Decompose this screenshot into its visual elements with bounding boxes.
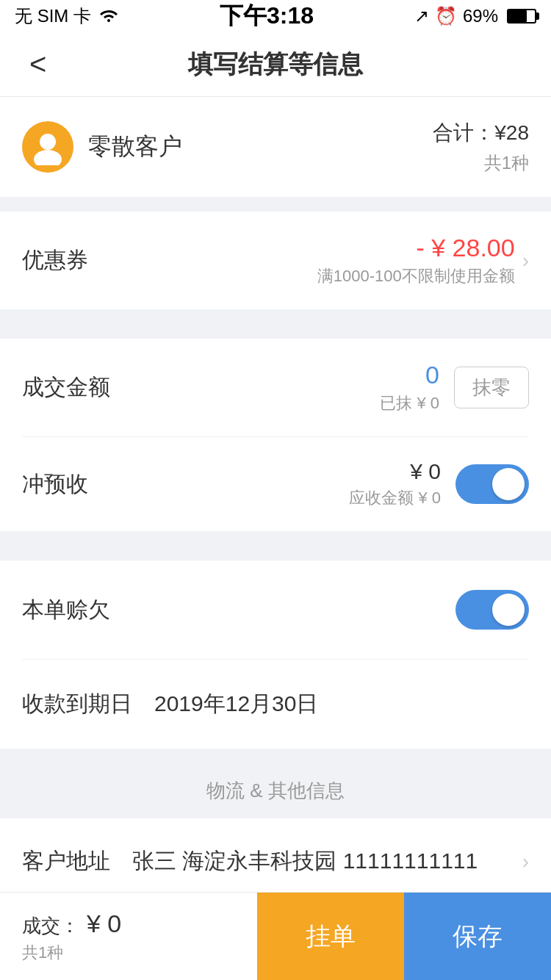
due-date-value: 2019年12月30日 [154, 689, 318, 719]
transaction-amount-label: 成交金额 [22, 372, 110, 403]
coupon-info: - ¥ 28.00 满1000-100不限制使用金额 [317, 234, 515, 287]
due-date-label: 收款到期日 [22, 689, 132, 719]
bottom-count: 共1种 [22, 942, 235, 964]
coupon-label: 优惠券 [22, 245, 88, 275]
transaction-amount-right: 0 已抹 ¥ 0 抹零 [380, 361, 529, 414]
address-label: 客户地址 [22, 846, 110, 876]
logistics-title: 物流 & 其他信息 [206, 779, 345, 801]
due-date-row: 收款到期日 2019年12月30日 [22, 660, 529, 749]
save-button[interactable]: 保存 [404, 893, 551, 981]
chong-amounts: ¥ 0 应收金额 ¥ 0 [349, 459, 441, 509]
bottom-info: 成交： ¥ 0 共1种 [0, 909, 257, 964]
status-right: ↗ ⏰ 69% [414, 6, 536, 26]
status-bar: 无 SIM 卡 下午3:18 ↗ ⏰ 69% [0, 0, 551, 32]
coupon-right: - ¥ 28.00 满1000-100不限制使用金额 › [317, 234, 529, 287]
customer-avatar [22, 121, 73, 173]
amount-sub: 已抹 ¥ 0 [380, 392, 439, 414]
bottom-amount: ¥ 0 [87, 909, 121, 938]
coupon-row[interactable]: 优惠券 - ¥ 28.00 满1000-100不限制使用金额 › [0, 212, 551, 309]
transaction-section: 成交金额 0 已抹 ¥ 0 抹零 冲预收 ¥ 0 应收金额 ¥ 0 [0, 339, 551, 531]
chong-row: 冲预收 ¥ 0 应收金额 ¥ 0 [22, 437, 529, 531]
bottom-bar: 成交： ¥ 0 共1种 挂单 保存 [0, 892, 551, 980]
customer-name: 零散客户 [88, 131, 182, 163]
debt-label: 本单赊欠 [22, 595, 110, 625]
amount-value: 0 [380, 361, 439, 389]
debt-section: 本单赊欠 收款到期日 2019年12月30日 [0, 561, 551, 749]
bottom-label: 成交： [22, 913, 79, 939]
chong-sub: 应收金额 ¥ 0 [349, 487, 441, 509]
summary-count: 共1种 [433, 151, 529, 175]
chong-toggle[interactable] [455, 464, 529, 504]
chong-label: 冲预收 [22, 469, 88, 500]
coupon-desc: 满1000-100不限制使用金额 [317, 265, 515, 287]
main-content: 零散客户 合计：¥28 共1种 优惠券 - ¥ 28.00 满1000-100不… [0, 97, 551, 980]
address-chevron-icon: › [522, 850, 529, 873]
nav-bar: < 填写结算等信息 [0, 32, 551, 97]
status-time: 下午3:18 [220, 0, 314, 32]
page-title: 填写结算等信息 [188, 48, 363, 82]
chong-right: ¥ 0 应收金额 ¥ 0 [349, 459, 529, 509]
coupon-chevron-icon: › [522, 249, 529, 273]
wifi-icon [98, 6, 119, 26]
back-button[interactable]: < [22, 40, 54, 88]
pending-button[interactable]: 挂单 [257, 893, 404, 981]
summary-total: 合计：¥28 [433, 119, 529, 147]
divider-2 [0, 531, 551, 546]
coupon-amount: - ¥ 28.00 [317, 234, 515, 262]
chong-amount: ¥ 0 [349, 459, 441, 484]
location-icon: ↗ [414, 6, 429, 26]
customer-left: 零散客户 [22, 121, 182, 173]
debt-toggle[interactable] [455, 590, 529, 630]
status-left: 无 SIM 卡 [15, 4, 119, 28]
logistics-header: 物流 & 其他信息 [0, 763, 551, 818]
sim-status: 无 SIM 卡 [15, 4, 91, 28]
customer-summary: 合计：¥28 共1种 [433, 119, 529, 175]
address-value: 张三 海淀永丰科技园 11111111111 [132, 846, 522, 876]
transaction-amount-row: 成交金额 0 已抹 ¥ 0 抹零 [22, 339, 529, 437]
divider-1 [0, 324, 551, 339]
amount-col: 0 已抹 ¥ 0 [380, 361, 439, 414]
battery-percent: 69% [463, 6, 498, 26]
avatar-icon [29, 129, 66, 165]
customer-row: 零散客户 合计：¥28 共1种 [0, 97, 551, 197]
svg-point-1 [34, 150, 62, 165]
debt-row: 本单赊欠 [22, 561, 529, 660]
battery-icon [507, 9, 536, 24]
round-off-button[interactable]: 抹零 [454, 367, 529, 408]
logistics-divider [0, 749, 551, 763]
svg-point-0 [40, 134, 56, 150]
alarm-icon: ⏰ [435, 6, 457, 26]
